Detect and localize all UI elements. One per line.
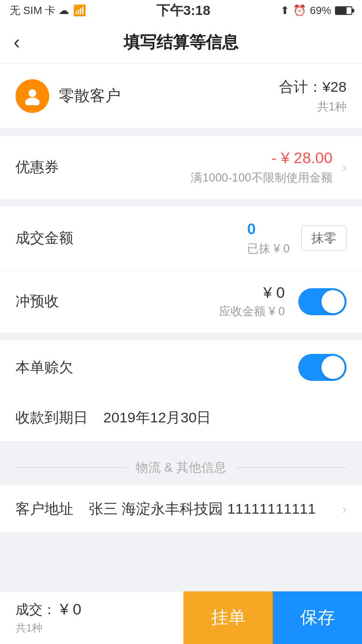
address-section[interactable]: 客户地址 张三 海淀永丰科技园 11111111111 ›	[0, 486, 362, 532]
coupon-discount: - ¥ 28.00	[191, 149, 332, 167]
avatar	[15, 79, 49, 113]
toggle-knob	[321, 290, 345, 313]
coupon-desc: 满1000-100不限制使用金额	[191, 170, 332, 185]
transaction-amount-row: 成交金额 0 已抹 ¥ 0 抹零	[0, 207, 362, 270]
prepay-amount: ¥ 0	[219, 284, 285, 302]
customer-name: 零散客户	[59, 85, 121, 107]
content: 零散客户 合计：¥28 共1种 优惠券 - ¥ 28.00 满1000-100不…	[0, 64, 362, 598]
divider-line-left	[15, 467, 126, 468]
item-count: 共1种	[279, 99, 347, 114]
status-bar: 无 SIM 卡 ☁ 📶 下午3:18 ⬆ ⏰ 69%	[0, 0, 362, 21]
divider-line-right	[236, 467, 347, 468]
battery-icon	[335, 6, 352, 15]
alarm-icon: ⏰	[293, 4, 306, 17]
address-row[interactable]: 客户地址 张三 海淀永丰科技园 11111111111 ›	[0, 486, 362, 532]
prepay-toggle[interactable]	[298, 288, 347, 315]
coupon-label: 优惠券	[15, 157, 59, 177]
bottom-deal-amount: ¥ 0	[60, 601, 81, 618]
due-date-value: 2019年12月30日	[103, 408, 211, 428]
debt-row: 本单赊欠	[0, 340, 362, 394]
status-time: 下午3:18	[156, 1, 210, 20]
due-date-label: 收款到期日	[15, 408, 88, 428]
debt-section: 本单赊欠 收款到期日 2019年12月30日	[0, 340, 362, 442]
debt-toggle-knob	[321, 356, 345, 379]
transaction-value[interactable]: 0	[247, 220, 290, 238]
round-down-button[interactable]: 抹零	[301, 225, 347, 251]
debt-label: 本单赊欠	[15, 358, 73, 378]
address-chevron-icon: ›	[342, 502, 347, 517]
back-button[interactable]: ‹	[14, 31, 20, 53]
due-date-row[interactable]: 收款到期日 2019年12月30日	[0, 394, 362, 442]
wifi-icon: 📶	[73, 4, 86, 17]
bottom-deal-label: 成交：	[15, 601, 56, 619]
nav-bar: ‹ 填写结算等信息	[0, 21, 362, 64]
location-icon: ⬆	[280, 4, 289, 17]
prepay-sub: 应收金额 ¥ 0	[219, 304, 285, 319]
svg-point-1	[25, 98, 40, 105]
coupon-section[interactable]: 优惠券 - ¥ 28.00 满1000-100不限制使用金额 ›	[0, 136, 362, 199]
debt-toggle[interactable]	[298, 354, 347, 381]
transaction-label: 成交金额	[15, 228, 73, 248]
logistics-label: 物流 & 其他信息	[136, 459, 226, 476]
status-right: ⬆ ⏰ 69%	[280, 4, 352, 17]
bottom-item-count: 共1种	[15, 621, 168, 635]
address-value: 张三 海淀永丰科技园 11111111111	[89, 499, 336, 519]
total-price: 合计：¥28	[279, 77, 347, 97]
transaction-sub: 已抹 ¥ 0	[247, 241, 290, 256]
coupon-chevron-icon: ›	[342, 160, 347, 175]
coupon-row[interactable]: 优惠券 - ¥ 28.00 满1000-100不限制使用金额 ›	[0, 136, 362, 199]
sim-status: 无 SIM 卡 ☁	[10, 3, 69, 18]
bottom-bar: 成交： ¥ 0 共1种 挂单 保存	[0, 591, 362, 644]
svg-point-0	[28, 89, 36, 97]
save-button[interactable]: 保存	[273, 591, 362, 644]
prepay-label: 冲预收	[15, 292, 59, 311]
address-label: 客户地址	[15, 499, 73, 519]
battery-percent: 69%	[310, 4, 331, 17]
customer-section: 零散客户 合计：¥28 共1种	[0, 64, 362, 128]
bottom-summary: 成交： ¥ 0 共1种	[0, 601, 183, 635]
prepay-row: 冲预收 ¥ 0 应收金额 ¥ 0	[0, 270, 362, 333]
status-left: 无 SIM 卡 ☁ 📶	[10, 3, 86, 18]
transaction-section: 成交金额 0 已抹 ¥ 0 抹零 冲预收 ¥ 0 应收金额 ¥ 0	[0, 207, 362, 333]
page-title: 填写结算等信息	[124, 31, 238, 54]
logistics-divider: 物流 & 其他信息	[0, 449, 362, 486]
hold-button[interactable]: 挂单	[183, 591, 273, 644]
